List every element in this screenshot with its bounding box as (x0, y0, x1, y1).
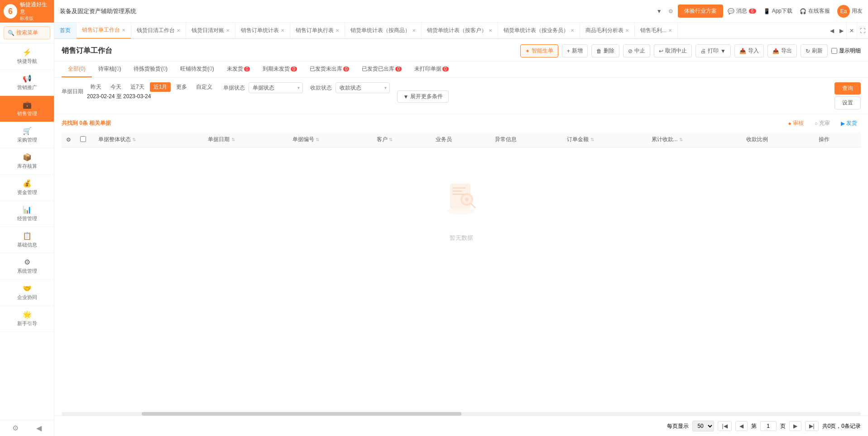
refresh-button[interactable]: ↻ 刷新 (801, 44, 828, 57)
system-dropdown[interactable]: ▼ (657, 8, 662, 14)
tab-close-sales-more[interactable]: ✕ (668, 28, 672, 33)
sub-tab-all[interactable]: 全部(0) (62, 62, 92, 77)
date-btn-today[interactable]: 今天 (107, 82, 125, 92)
sub-tab-pending-check[interactable]: 待拣货验货(0) (127, 62, 174, 77)
date-btn-custom[interactable]: 自定义 (192, 82, 216, 92)
sort-customer-icon[interactable]: ⇅ (389, 137, 393, 142)
tab-close-cash-daily[interactable]: ✕ (177, 28, 180, 33)
sub-tab-pending-review[interactable]: 待审核(0) (92, 62, 128, 77)
gear-icon[interactable]: ⚙ (668, 8, 673, 14)
tab-close-sales-workbench[interactable]: ✕ (122, 28, 125, 33)
sort-amount-icon[interactable]: ⇅ (590, 137, 594, 142)
status-select[interactable]: 单据状态 (249, 82, 303, 93)
tab-close-all[interactable]: ✕ (846, 23, 857, 39)
sidebar-item-quick-nav[interactable]: ⚡ 快捷导航 (0, 43, 54, 70)
select-all-checkbox[interactable] (80, 136, 86, 142)
tab-close-product-margin[interactable]: ✕ (625, 28, 629, 33)
tab-sales-stat-staff[interactable]: 销货单统计表（按业务员） ✕ (498, 23, 580, 39)
status-filter-label: 单据状态 (223, 84, 245, 92)
sub-tab-shipped-out[interactable]: 已发货已出库0 (355, 62, 408, 77)
tab-cash-daily[interactable]: 钱货日清工作台 ✕ (131, 23, 186, 39)
refresh-icon: ↻ (806, 48, 810, 54)
filter-setting-button[interactable]: 设置 (834, 96, 861, 109)
sidebar-item-finance-mgmt[interactable]: 💰 资金管理 (0, 175, 54, 201)
tab-sales-workbench[interactable]: 销售订单工作台 ✕ (77, 23, 131, 39)
tab-nav-prev[interactable]: ◀ (827, 23, 837, 39)
horizontal-scroll-thumb[interactable] (142, 412, 461, 416)
tab-maximize[interactable]: ⛶ (857, 23, 868, 39)
tab-sales-stat[interactable]: 销售订单统计表 ✕ (235, 23, 290, 39)
date-btn-more[interactable]: 更多 (173, 82, 191, 92)
query-button[interactable]: 查询 (834, 82, 861, 95)
date-btn-7days[interactable]: 近7天 (127, 82, 148, 92)
tab-nav-next[interactable]: ▶ (837, 23, 846, 39)
collapse-icon[interactable]: ◀ (36, 424, 42, 432)
tab-close-sales-stat-staff[interactable]: ✕ (571, 28, 574, 33)
tab-cash-reconcile[interactable]: 钱货日清对账 ✕ (186, 23, 235, 39)
page-number-input[interactable] (760, 421, 777, 431)
tab-sales-exec[interactable]: 销售订单执行表 ✕ (290, 23, 345, 39)
sub-tab-shipped-not-out[interactable]: 已发货未出库0 (303, 62, 356, 77)
page-size-select[interactable]: 50 (692, 421, 714, 431)
user-menu[interactable]: Ea 用友 (837, 5, 863, 18)
search-menu-button[interactable]: 🔍 搜索菜单 (4, 26, 50, 39)
delete-button[interactable]: 🗑 删除 (591, 44, 619, 57)
sort-number-icon[interactable]: ⇅ (316, 137, 319, 142)
tab-product-margin[interactable]: 商品毛利分析表 ✕ (580, 23, 635, 39)
next-page-button[interactable]: ▶ (789, 421, 801, 431)
stop-button[interactable]: ⊘ 中止 (623, 44, 650, 57)
payment-select[interactable]: 收款状态 (336, 82, 390, 93)
smart-generate-button[interactable]: ✦ 智能生单 (520, 44, 558, 57)
industry-solution-button[interactable]: 体验行业方案 (678, 5, 723, 18)
settings-icon[interactable]: ⚙ (12, 424, 19, 432)
show-detail-input[interactable] (831, 48, 837, 54)
sub-tab-not-printed[interactable]: 未打印单据0 (408, 62, 455, 77)
import-button[interactable]: 📥 导入 (734, 44, 764, 57)
sort-status-icon[interactable]: ⇅ (132, 137, 136, 142)
show-detail-checkbox[interactable]: 显示明细 (831, 47, 861, 55)
sidebar-item-basic-info[interactable]: 📋 基础信息 (0, 227, 54, 253)
first-page-button[interactable]: |◀ (718, 421, 731, 431)
page-label: 第 (751, 422, 757, 430)
settings-cols-icon[interactable]: ⚙ (66, 137, 71, 143)
sidebar-item-purchase-mgmt[interactable]: 🛒 采购管理 (0, 122, 54, 148)
tab-sales-stat-customer[interactable]: 销货单统计表（按客户） ✕ (422, 23, 498, 39)
sidebar-item-sales-mgmt[interactable]: 💼 销售管理 (0, 96, 54, 122)
sub-tab-overdue-not-shipped[interactable]: 到期未发货0 (256, 62, 303, 77)
export-button[interactable]: 📤 导出 (767, 44, 797, 57)
tab-close-sales-stat-product[interactable]: ✕ (412, 28, 416, 33)
expand-filter-button[interactable]: ▼ 展开更多条件 (397, 90, 449, 103)
sort-received-icon[interactable]: ⇅ (679, 137, 683, 142)
tab-sales-more[interactable]: 销售毛利... ✕ (635, 23, 678, 39)
sidebar-item-inventory-check[interactable]: 📦 库存核算 (0, 148, 54, 175)
void-button[interactable]: ○ 充审 (811, 118, 834, 128)
tab-close-sales-stat-customer[interactable]: ✕ (489, 28, 492, 33)
sidebar-item-beginner-guide[interactable]: 🌟 新手引导 (0, 306, 54, 332)
app-download-button[interactable]: 📱 App下载 (763, 7, 792, 15)
online-service-button[interactable]: 🎧 在线客服 (800, 7, 830, 15)
tab-home[interactable]: 首页 (54, 23, 77, 39)
audit-button[interactable]: ● 审核 (785, 118, 807, 128)
last-page-button[interactable]: ▶| (805, 421, 819, 431)
avatar[interactable]: Ea (837, 5, 850, 18)
tab-close-sales-stat[interactable]: ✕ (281, 28, 284, 33)
add-button[interactable]: + 新增 (562, 44, 588, 57)
horizontal-scrollbar[interactable] (62, 412, 861, 416)
sub-tab-wangpu-pending[interactable]: 旺铺待发货(0) (174, 62, 221, 77)
date-btn-1month[interactable]: 近1月 (150, 82, 171, 92)
sidebar-item-system-mgmt[interactable]: ⚙ 系统管理 (0, 253, 54, 280)
date-btn-yesterday[interactable]: 昨天 (87, 82, 105, 92)
tab-close-sales-exec[interactable]: ✕ (336, 28, 339, 33)
message-button[interactable]: 💬 消息 6 (728, 7, 756, 15)
sidebar-item-operations-mgmt[interactable]: 📊 经营管理 (0, 201, 54, 227)
tab-close-cash-reconcile[interactable]: ✕ (226, 28, 230, 33)
ship-button[interactable]: ▶ 发货 (837, 118, 861, 128)
cancel-stop-button[interactable]: ↩ 取消中止 (654, 44, 692, 57)
print-button[interactable]: 🖨 打印 ▼ (695, 44, 731, 57)
tab-sales-stat-product[interactable]: 销货单统计表（按商品） ✕ (345, 23, 422, 39)
prev-page-button[interactable]: ◀ (735, 421, 748, 431)
sort-date-icon[interactable]: ⇅ (231, 137, 235, 142)
sub-tab-not-shipped[interactable]: 未发货0 (221, 62, 257, 77)
sidebar-item-marketing[interactable]: 📢 营销推广 (0, 70, 54, 96)
sidebar-item-enterprise-collab[interactable]: 🤝 企业协同 (0, 280, 54, 306)
